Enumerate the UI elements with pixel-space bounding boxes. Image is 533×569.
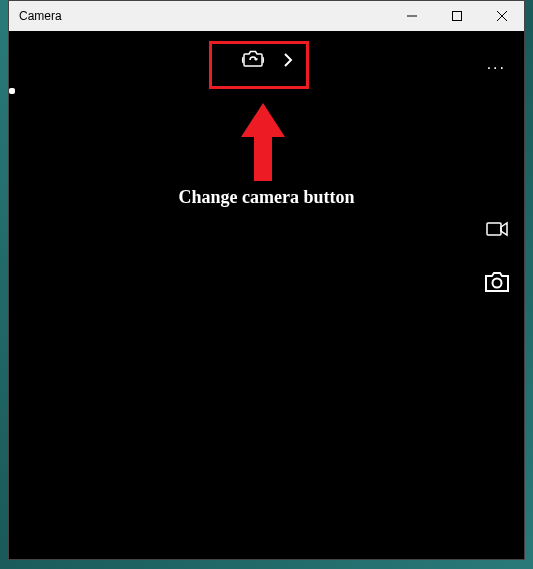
- camera-window: Camera: [8, 0, 525, 560]
- camera-viewport: ··· Change camera button: [9, 31, 524, 559]
- expand-toolbar-button[interactable]: [283, 53, 293, 71]
- photo-mode-button[interactable]: [484, 271, 510, 297]
- close-button[interactable]: [479, 1, 524, 31]
- chevron-right-icon: [283, 53, 293, 67]
- video-mode-button[interactable]: [486, 221, 508, 241]
- more-options-button[interactable]: ···: [487, 59, 506, 77]
- maximize-icon: [452, 11, 462, 21]
- minimize-icon: [407, 11, 417, 21]
- switch-camera-icon: [241, 49, 265, 71]
- titlebar[interactable]: Camera: [9, 1, 524, 31]
- camera-icon: [484, 271, 510, 293]
- annotation-arrow: [241, 103, 285, 185]
- svg-rect-4: [487, 223, 501, 235]
- gallery-peek[interactable]: [9, 88, 15, 94]
- svg-point-5: [493, 279, 502, 288]
- top-toolbar: [241, 49, 293, 75]
- window-controls: [389, 1, 524, 31]
- video-icon: [486, 221, 508, 237]
- window-title: Camera: [19, 9, 62, 23]
- minimize-button[interactable]: [389, 1, 434, 31]
- maximize-button[interactable]: [434, 1, 479, 31]
- svg-rect-1: [452, 12, 461, 21]
- annotation-label: Change camera button: [9, 187, 524, 208]
- close-icon: [497, 11, 507, 21]
- mode-controls: [484, 221, 510, 297]
- change-camera-button[interactable]: [241, 49, 265, 75]
